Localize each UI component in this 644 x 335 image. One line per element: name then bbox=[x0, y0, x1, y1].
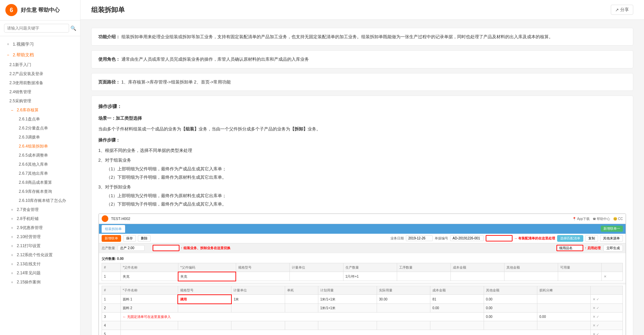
sidebar-item-stock-query[interactable]: 2.6.9库存账本查询 bbox=[19, 187, 80, 196]
mock-col-proc-qty: 工序数量 bbox=[397, 263, 450, 272]
mock-lc-op1[interactable]: ✕ ✓ bbox=[591, 295, 623, 304]
mock-annotation1: → 有装配清单的在这里处理 bbox=[514, 235, 555, 241]
sidebar-item-docs[interactable]: − 2.帮助文档 bbox=[0, 50, 80, 60]
mock-upper-row-1: 1 夹克 夹克 1只/件+1 bbox=[102, 272, 623, 281]
share-button[interactable]: ↗ 分享 bbox=[611, 5, 633, 15]
mock-lc-other3: 0.00 bbox=[537, 313, 591, 321]
mock-save-btn2[interactable]: 保存 bbox=[123, 235, 136, 242]
sidebar-item-purchase[interactable]: 2.5采购管理 bbox=[9, 97, 80, 106]
sidebar-item-label: 2.6.5成本调整单 bbox=[19, 153, 48, 158]
mock-col-pcode: *父件编码 bbox=[178, 263, 236, 272]
mock-lc-op4[interactable]: ✕ ✓ bbox=[591, 321, 623, 330]
mock-lc-spec1: 1米 bbox=[231, 295, 285, 304]
intro-label: 功能介绍： bbox=[98, 34, 120, 39]
sidebar-item-adjust[interactable]: 2.6.3调拨单 bbox=[19, 133, 80, 142]
content-area: 功能介绍： 组装拆卸单用来处理企业组装或拆卸等加工业务，支持有固定装配清单的产品… bbox=[80, 20, 644, 335]
mock-extra-btn1[interactable]: 复制 bbox=[585, 235, 598, 242]
mock-lower-section: # *子件名称 规格型号 计量单位 单耗 计划用量 实际用量 成本金额 其他金额 bbox=[99, 284, 626, 335]
sidebar-item-ops[interactable]: + 2.10经营管理 bbox=[9, 232, 80, 241]
sidebar-item-other-out[interactable]: 2.6.7其他出库单 bbox=[19, 169, 80, 178]
toggle-icon: + bbox=[9, 271, 15, 276]
path-text: 1、库存核算->库存管理->组装拆卸单 2、首页->常用功能 bbox=[121, 79, 231, 85]
sidebar-item-funds[interactable]: + 2.7资金管理 bbox=[9, 205, 80, 214]
mock-proc-input[interactable] bbox=[153, 245, 179, 251]
sidebar-item-stocktake[interactable]: 2.6.1盘点单 bbox=[19, 115, 80, 124]
mock-lc-actual4 bbox=[377, 321, 430, 330]
mock-order-date-label: 业务日期 bbox=[390, 235, 404, 241]
mock-save-btn[interactable]: 新增联单 bbox=[102, 235, 121, 242]
mock-lcol-other: 其他金额 bbox=[484, 286, 537, 295]
mock-col-spec: 规格型号 bbox=[236, 263, 289, 272]
sidebar-item-cases[interactable]: + 2.15操作案例 bbox=[9, 278, 80, 287]
mock-ok-btn[interactable]: 立即生成 bbox=[603, 245, 623, 252]
sidebar-item-online-pay[interactable]: + 2.13在线支付 bbox=[9, 260, 80, 269]
toggle-icon: + bbox=[9, 225, 15, 231]
sidebar-item-new-user[interactable]: 2.1新手入门 bbox=[9, 60, 80, 69]
mock-lcol-seq: # bbox=[102, 286, 121, 295]
mock-lcol-actual-qty: 实际用量 bbox=[377, 286, 430, 295]
mock-lc-name1: 面料 1 bbox=[120, 295, 178, 304]
mock-use-input[interactable] bbox=[556, 245, 583, 251]
topbar: 组装拆卸单 ↗ 分享 bbox=[80, 0, 644, 20]
sidebar-item-account-err[interactable]: 2.6.10库存账本错了怎么办 bbox=[19, 196, 80, 205]
mock-lc-op3[interactable]: ✕ ✓ bbox=[591, 313, 623, 321]
sidebar-item-cost-calc[interactable]: 2.6.8商品成本重算 bbox=[19, 178, 80, 187]
sidebar-item-label: 2.6.6其他入库单 bbox=[19, 162, 48, 167]
toggle-icon: − bbox=[5, 52, 11, 58]
mock-lc-uu4 bbox=[285, 321, 318, 330]
path-block: 页面路径： 1、库存核算->库存管理->组装拆卸单 2、首页->常用功能 bbox=[91, 73, 633, 91]
scene1-title: 场景一：加工类型选择 bbox=[98, 116, 142, 121]
sidebar-item-data-prep[interactable]: 2.3使用前数据准备 bbox=[9, 78, 80, 88]
sidebar-header: 6 好生意 帮助中心 bbox=[0, 0, 80, 20]
mock-new-btn[interactable]: 新增联单一 bbox=[601, 226, 623, 232]
sidebar-item-label: 2.8手机旺铺 bbox=[17, 216, 39, 222]
mock-lc-name4 bbox=[120, 321, 178, 330]
mock-delete-btn[interactable]: 删除 bbox=[138, 235, 151, 242]
mock-col-unit: 计量单位 bbox=[289, 263, 343, 272]
mock-upper-section: 父件数量: 0.00 # *父件名称 *父件编码 规格型号 计量单位 生产数量 bbox=[99, 253, 626, 283]
sidebar-item-mobile[interactable]: + 2.8手机旺铺 bbox=[9, 214, 80, 223]
mock-lc-plan4 bbox=[318, 321, 377, 330]
sidebar-item-label: 2.帮助文档 bbox=[13, 52, 34, 58]
sidebar-item-cost-adjust[interactable]: 2.6.5成本调整单 bbox=[19, 151, 80, 160]
sidebar-item-print[interactable]: + 2.11打印设置 bbox=[9, 241, 80, 250]
sidebar-item-assembly[interactable]: 2.6.4组装拆卸单 bbox=[19, 142, 80, 151]
mock-lcol-code: 规格型号 bbox=[178, 286, 231, 295]
mock-company: TEST-H002 bbox=[111, 215, 130, 222]
mock-lc-code4 bbox=[178, 321, 231, 330]
mock-extra-btn2[interactable]: 其他来源单 bbox=[600, 235, 623, 242]
mock-cell-seq: 1 bbox=[102, 272, 121, 281]
mock-order-date-input[interactable] bbox=[406, 235, 433, 241]
sidebar-item-coupon[interactable]: + 2.9优惠券管理 bbox=[9, 223, 80, 232]
mock-cell-del[interactable]: ✕ bbox=[601, 272, 623, 281]
mock-lc-seq3: 3 bbox=[102, 313, 121, 321]
mock-lc-cost3: 0.00 bbox=[484, 313, 537, 321]
sidebar-item-personalize[interactable]: + 2.12系统个性化设置 bbox=[9, 250, 80, 260]
intro-block: 功能介绍： 组装拆卸单用来处理企业组装或拆卸等加工业务，支持有固定装配清单的产品… bbox=[91, 28, 633, 46]
mock-lc-op5[interactable]: ✕ ✓ bbox=[591, 330, 623, 335]
mock-cell-other bbox=[504, 272, 558, 281]
sidebar-item-label: 2.12系统个性化设置 bbox=[17, 252, 53, 258]
sidebar-item-install[interactable]: 2.2产品安装及登录 bbox=[9, 69, 80, 78]
mock-lower-row-3: 3 ← 无固定清单可在这里直接录入 0.00 0.00 ✕ ✓ bbox=[102, 313, 623, 321]
mock-confirm-btn[interactable]: 选择匹配清单 bbox=[557, 235, 583, 242]
mock-cell-pname: 夹克 bbox=[121, 272, 178, 281]
mock-lc-op2[interactable]: ✕ ✓ bbox=[591, 304, 623, 313]
sidebar-item-other-in[interactable]: 2.6.6其他入库单 bbox=[19, 160, 80, 169]
search-button[interactable]: 🔍 bbox=[70, 25, 76, 31]
sidebar-item-inventory[interactable]: − 2.6库存核算 bbox=[9, 106, 80, 115]
sidebar-item-partial[interactable]: 2.6.2分量盘点单 bbox=[19, 124, 80, 133]
mock-lc-empty5 bbox=[120, 330, 591, 335]
mock-lc-seq5: 5 bbox=[102, 330, 121, 335]
mock-type-input[interactable] bbox=[486, 235, 513, 241]
mock-qty-input[interactable] bbox=[118, 245, 145, 251]
mock-order-no-input[interactable] bbox=[450, 235, 484, 241]
search-input[interactable] bbox=[4, 24, 69, 33]
sidebar-item-faq[interactable]: + 2.14常见问题 bbox=[9, 269, 80, 278]
step2-1: （1）上部明细为父件明细，最终作为产成品生成其它入库单； bbox=[106, 165, 626, 173]
toggle-icon: + bbox=[9, 216, 15, 222]
sidebar-item-sales[interactable]: 2.4销售管理 bbox=[9, 88, 80, 97]
mock-lc-code1: 调用 bbox=[178, 295, 231, 304]
sidebar-item-label: 1.视频学习 bbox=[13, 41, 34, 47]
sidebar-item-videos[interactable]: + 1.视频学习 bbox=[0, 39, 80, 50]
